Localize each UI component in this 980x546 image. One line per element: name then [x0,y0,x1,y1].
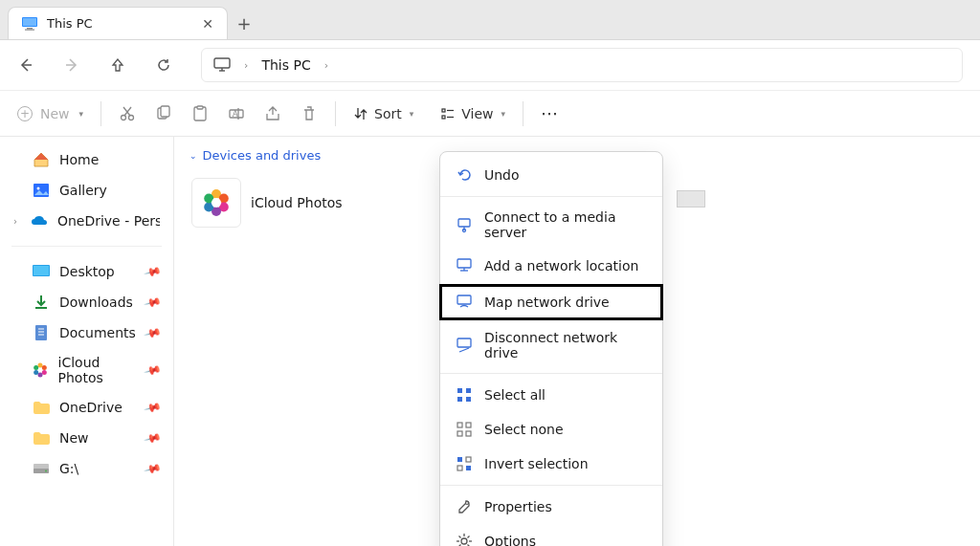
menu-add-network-location[interactable]: Add a network location [440,249,662,283]
svg-point-72 [461,538,467,544]
breadcrumb-chevron-icon[interactable]: › [244,59,248,72]
sidebar-label: OneDrive - Persona [57,213,160,229]
new-button[interactable]: + New ▾ [17,106,83,121]
delete-icon[interactable] [301,105,318,122]
tab-title: This PC [47,16,93,31]
new-label: New [40,106,70,121]
sidebar-item-desktop[interactable]: Desktop 📌 [0,256,173,287]
paste-icon[interactable] [191,105,209,122]
new-tab-button[interactable]: + [228,7,260,39]
svg-rect-63 [457,423,462,427]
sidebar-label: Desktop [59,264,115,279]
svg-rect-20 [442,109,445,112]
chevron-down-icon: ▾ [501,109,506,119]
nav-buttons [17,56,172,74]
this-pc-icon [22,17,37,31]
pin-icon: 📌 [144,360,163,380]
menu-options[interactable]: Options [440,524,662,546]
svg-rect-61 [457,397,462,402]
sort-button[interactable]: Sort ▾ [353,106,413,121]
svg-rect-16 [197,106,203,109]
breadcrumb-chevron-icon[interactable]: › [324,59,328,72]
pin-icon: 📌 [144,398,163,417]
menu-map-network-drive[interactable]: Map network drive [440,285,662,319]
svg-rect-66 [466,431,471,436]
sidebar-label: iCloud Photos [58,355,136,385]
share-icon[interactable] [264,105,281,122]
more-button[interactable]: ⋯ [541,103,560,123]
svg-rect-62 [466,397,471,402]
svg-rect-3 [25,29,34,30]
svg-point-71 [466,502,469,505]
menu-connect-media[interactable]: Connect to a media server [440,201,662,249]
menu-invert-selection[interactable]: Invert selection [440,447,662,481]
media-server-icon [456,216,473,233]
up-icon[interactable] [109,56,126,74]
menu-label: Options [484,534,536,546]
copy-icon[interactable] [155,105,172,122]
menu-disconnect-drive[interactable]: Disconnect network drive [440,321,662,369]
column-header-stub[interactable] [677,190,705,207]
svg-rect-57 [457,339,471,347]
sidebar-label: G:\ [59,461,78,476]
sidebar-separator [11,246,162,247]
sidebar-item-home[interactable]: Home [0,144,173,175]
svg-rect-68 [466,457,471,462]
chevron-right-icon[interactable]: › [13,216,21,227]
sidebar-item-documents[interactable]: Documents 📌 [0,317,173,348]
drive-item-icloud[interactable]: iCloud Photos [188,174,346,231]
photos-icon [191,178,241,228]
svg-point-25 [37,187,40,190]
menu-separator [440,485,662,486]
svg-line-77 [459,536,461,538]
sidebar-item-gdrive[interactable]: G:\ 📌 [0,453,173,484]
refresh-icon[interactable] [155,56,172,74]
sidebar-item-gallery[interactable]: Gallery [0,175,173,206]
gallery-icon [33,182,50,199]
photos-icon [32,361,49,379]
menu-undo[interactable]: Undo [440,158,662,192]
svg-rect-67 [457,457,462,462]
onedrive-icon [31,212,48,229]
chevron-down-icon: ▾ [79,109,84,119]
view-button[interactable]: View ▾ [440,106,505,121]
svg-point-36 [41,370,46,375]
back-icon[interactable] [17,56,34,74]
window-tab[interactable]: This PC ✕ [8,7,228,39]
section-title: Devices and drives [203,148,322,163]
rename-icon[interactable]: A [228,105,245,122]
svg-point-35 [41,365,46,370]
menu-select-all[interactable]: Select all [440,378,662,412]
sidebar-item-onedrive[interactable]: › OneDrive - Persona [0,206,173,236]
home-icon [33,151,50,168]
svg-rect-56 [457,295,471,304]
close-tab-icon[interactable]: ✕ [202,17,213,31]
sidebar-item-icloud[interactable]: iCloud Photos 📌 [0,348,173,392]
disconnect-drive-icon [456,337,473,354]
svg-line-11 [123,107,130,116]
menu-label: Map network drive [484,295,610,310]
desktop-icon [33,263,50,280]
select-none-icon [456,421,473,438]
folder-icon [33,399,50,416]
menu-properties[interactable]: Properties [440,490,662,524]
svg-rect-70 [466,466,471,470]
cut-icon[interactable] [119,105,136,122]
svg-rect-50 [458,219,470,227]
breadcrumb-segment[interactable]: This PC [261,57,310,73]
svg-point-39 [33,365,38,370]
svg-point-38 [33,370,38,375]
sidebar-item-downloads[interactable]: Downloads 📌 [0,287,173,317]
pin-icon: 📌 [144,293,163,312]
menu-label: Add a network location [484,258,638,273]
sidebar-item-onedrive-folder[interactable]: OneDrive 📌 [0,392,173,423]
sidebar-item-new[interactable]: New 📌 [0,423,173,453]
address-bar[interactable]: › This PC › [201,48,963,82]
menu-select-none[interactable]: Select none [440,412,662,447]
documents-icon [33,324,50,341]
svg-rect-27 [33,266,49,275]
view-label: View [461,106,493,121]
svg-rect-14 [161,106,169,117]
svg-point-49 [212,198,221,207]
forward-icon[interactable] [63,56,80,74]
